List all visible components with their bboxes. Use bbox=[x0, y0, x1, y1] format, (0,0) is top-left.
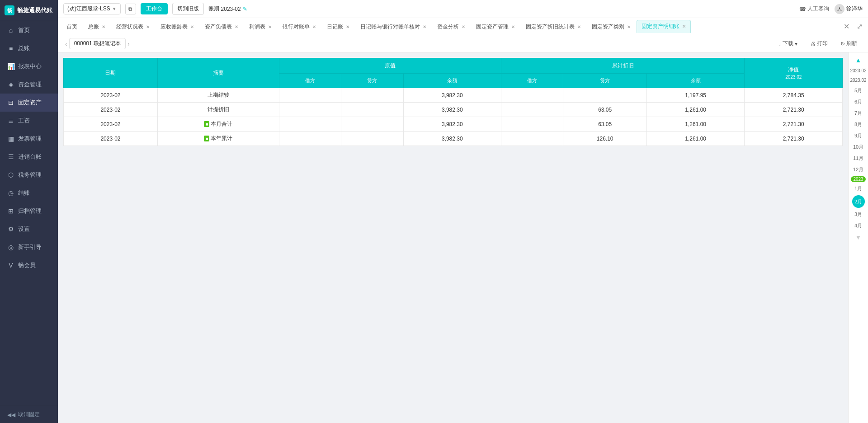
tab-bank-statement[interactable]: 银行对账单 ✕ bbox=[278, 20, 321, 33]
sidebar-item-close[interactable]: ◷ 结账 bbox=[0, 184, 58, 202]
sidebar-item-invoice[interactable]: ▦ 发票管理 bbox=[0, 130, 58, 148]
sidebar-item-settings[interactable]: ⚙ 设置 bbox=[0, 220, 58, 238]
sidebar-item-vip[interactable]: V 畅会员 bbox=[0, 256, 58, 274]
sidebar-item-ledger[interactable]: ≡ 总账 bbox=[0, 39, 58, 57]
tab-close-icon[interactable]: ✕ bbox=[423, 24, 426, 29]
nav-prev-icon[interactable]: ‹ bbox=[65, 40, 67, 47]
tab-close-icon[interactable]: ✕ bbox=[511, 24, 515, 29]
tab-asset-management[interactable]: 固定资产管理 ✕ bbox=[471, 20, 520, 33]
company-selector[interactable]: (劝)江西服堂-LSS ▼ bbox=[63, 3, 121, 14]
cell-orig-credit bbox=[341, 88, 403, 103]
table-row[interactable]: 2023-02 上期结转 3,982.30 1,197.95 2,784.35 bbox=[64, 88, 843, 103]
tab-asset-detail[interactable]: 固定资产明细账 ✕ bbox=[637, 20, 691, 33]
tab-capital-analysis[interactable]: 资金分析 ✕ bbox=[432, 20, 470, 33]
year-period-2[interactable]: 2023.02 bbox=[849, 75, 868, 85]
tab-profit[interactable]: 利润表 ✕ bbox=[244, 20, 277, 33]
tab-depreciation-stats[interactable]: 固定资产折旧统计表 ✕ bbox=[521, 20, 586, 33]
col-original-header: 原值 bbox=[279, 58, 501, 74]
month-8[interactable]: 8月 bbox=[849, 119, 868, 130]
cell-orig-debit bbox=[279, 117, 341, 132]
tab-home[interactable]: 首页 bbox=[61, 20, 82, 33]
tab-close-all-icon[interactable]: ✕ bbox=[842, 21, 851, 32]
ledger-icon: ≡ bbox=[7, 45, 14, 52]
help-button[interactable]: ☎ 人工客询 bbox=[799, 5, 829, 13]
year-down-scroll[interactable]: ▼ bbox=[849, 231, 868, 243]
switch-version-button[interactable]: 切到旧版 bbox=[172, 3, 204, 15]
cell-dep-debit bbox=[501, 103, 563, 117]
sidebar-item-sales[interactable]: ☰ 进销台账 bbox=[0, 148, 58, 166]
tab-close-icon[interactable]: ✕ bbox=[312, 24, 316, 29]
sidebar-unpin[interactable]: ◀◀ 取消固定 bbox=[0, 406, 58, 423]
dropdown-arrow-icon: ▾ bbox=[795, 41, 797, 47]
month-11[interactable]: 11月 bbox=[849, 153, 868, 164]
tab-receivable-aging[interactable]: 应收账龄表 ✕ bbox=[156, 20, 199, 33]
tab-asset-category[interactable]: 固定资产类别 ✕ bbox=[587, 20, 636, 33]
tab-close-icon[interactable]: ✕ bbox=[627, 24, 631, 29]
table-row[interactable]: 2023-02 ■本年累计 3,982.30 126.10 1,261.00 2… bbox=[64, 132, 843, 146]
tab-close-icon[interactable]: ✕ bbox=[190, 24, 194, 29]
col-dep-debit-header: 借方 bbox=[501, 74, 563, 88]
sidebar-item-fixed-assets[interactable]: ⊟ 固定资产 bbox=[0, 94, 58, 112]
tab-close-icon[interactable]: ✕ bbox=[577, 24, 581, 29]
month-12[interactable]: 12月 bbox=[849, 164, 868, 175]
tab-close-icon[interactable]: ✕ bbox=[682, 24, 686, 29]
table-row[interactable]: 2023-02 ■本月合计 3,982.30 63.05 1,261.00 2,… bbox=[64, 117, 843, 132]
tab-close-icon[interactable]: ✕ bbox=[146, 24, 150, 29]
tab-management-status[interactable]: 经营状况表 ✕ bbox=[111, 20, 155, 33]
download-button[interactable]: ↓ 下载 ▾ bbox=[775, 38, 801, 49]
sidebar-item-tax[interactable]: ⬡ 税务管理 bbox=[0, 166, 58, 184]
month-3[interactable]: 3月 bbox=[849, 209, 868, 220]
cell-orig-credit bbox=[341, 132, 403, 146]
sidebar-item-capital[interactable]: ◈ 资金管理 bbox=[0, 75, 58, 94]
tab-close-icon[interactable]: ✕ bbox=[235, 24, 238, 29]
month-10[interactable]: 10月 bbox=[849, 141, 868, 153]
month-5[interactable]: 5月 bbox=[849, 85, 868, 96]
period-label: 账期 2023-02 ✎ bbox=[208, 5, 247, 13]
cell-date: 2023-02 bbox=[64, 103, 158, 117]
sidebar-item-home[interactable]: ⌂ 首页 bbox=[0, 21, 58, 39]
cell-dep-debit bbox=[501, 132, 563, 146]
tab-balance-sheet[interactable]: 资产负债表 ✕ bbox=[200, 20, 243, 33]
refresh-button[interactable]: ↻ 刷新 bbox=[837, 38, 861, 49]
cell-date: 2023-02 bbox=[64, 132, 158, 146]
print-label: 打印 bbox=[817, 40, 828, 47]
print-button[interactable]: 🖨 打印 bbox=[807, 38, 831, 49]
tab-close-icon[interactable]: ✕ bbox=[268, 24, 272, 29]
month-6[interactable]: 6月 bbox=[849, 96, 868, 108]
col-date-header: 日期 bbox=[64, 58, 158, 88]
sales-icon: ☰ bbox=[7, 153, 14, 160]
tab-close-icon[interactable]: ✕ bbox=[462, 24, 465, 29]
period-prefix: 账期 bbox=[208, 5, 219, 13]
logo-text: 畅捷通易代账 bbox=[17, 6, 52, 14]
month-4[interactable]: 4月 bbox=[849, 220, 868, 231]
copy-button[interactable]: ⧉ bbox=[125, 4, 136, 14]
cell-net: 2,721.30 bbox=[745, 103, 843, 117]
tab-close-icon[interactable]: ✕ bbox=[346, 24, 349, 29]
month-1[interactable]: 1月 bbox=[849, 183, 868, 194]
year-up-scroll[interactable]: ▲ bbox=[849, 54, 868, 66]
tab-ledger[interactable]: 总账 ✕ bbox=[83, 20, 110, 33]
tab-expand-icon[interactable]: ⤢ bbox=[855, 21, 864, 32]
year-period-1[interactable]: 2023.02 bbox=[849, 66, 868, 75]
tab-journal[interactable]: 日记账 ✕ bbox=[322, 20, 354, 33]
table-row[interactable]: 2023-02 计提折旧 3,982.30 63.05 1,261.00 2,7… bbox=[64, 103, 843, 117]
sidebar-item-guide[interactable]: ◎ 新手引导 bbox=[0, 238, 58, 256]
sidebar-logo: 畅 畅捷通易代账 bbox=[0, 0, 58, 21]
invoice-icon: ▦ bbox=[7, 135, 14, 142]
sidebar-item-label: 工资 bbox=[18, 117, 30, 125]
nav-next-icon[interactable]: › bbox=[127, 40, 130, 47]
user-info[interactable]: 人 徐泽华 bbox=[835, 4, 863, 14]
sidebar-item-archive[interactable]: ⊞ 归档管理 bbox=[0, 202, 58, 220]
period-edit-icon[interactable]: ✎ bbox=[243, 6, 247, 12]
net-period: 2023.02 bbox=[785, 75, 802, 80]
row-tag: ■ bbox=[204, 121, 209, 127]
capital-icon: ◈ bbox=[7, 81, 14, 88]
month-2-active[interactable]: 2月 bbox=[852, 195, 865, 208]
month-9[interactable]: 9月 bbox=[849, 130, 868, 141]
sidebar-item-report[interactable]: 📊 报表中心 bbox=[0, 57, 58, 75]
tab-close-icon[interactable]: ✕ bbox=[102, 24, 105, 29]
month-7[interactable]: 7月 bbox=[849, 108, 868, 119]
sidebar-item-salary[interactable]: ≣ 工资 bbox=[0, 112, 58, 130]
tab-reconcile[interactable]: 日记账与银行对账单核对 ✕ bbox=[355, 20, 431, 33]
workbench-button[interactable]: 工作台 bbox=[141, 3, 168, 14]
